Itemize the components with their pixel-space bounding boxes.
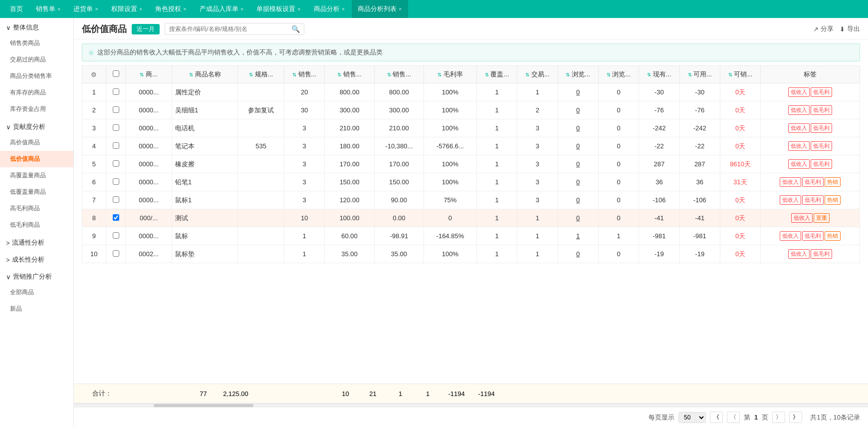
browse1-link[interactable]: 1 — [576, 232, 580, 240]
nav-template[interactable]: 单据模板设置 × — [250, 0, 306, 18]
browse1-link[interactable]: 0 — [576, 214, 580, 222]
row-checkbox[interactable] — [113, 106, 119, 113]
row-checkbox[interactable] — [113, 88, 119, 95]
last-page-btn[interactable]: 》 — [789, 412, 802, 423]
nav-permission[interactable]: 权限设置 × — [105, 0, 148, 18]
row-checkbox-cell[interactable] — [106, 245, 126, 263]
row-browse1[interactable]: 0 — [558, 173, 598, 191]
th-available[interactable]: ⇅ 可用... — [679, 66, 720, 83]
th-sales3[interactable]: ⇅ 销售... — [374, 66, 424, 83]
date-filter-btn[interactable]: 近一月 — [132, 24, 160, 34]
sidebar-item-new-goods[interactable]: 新品 — [0, 301, 73, 317]
row-checkbox-cell[interactable] — [106, 155, 126, 173]
nav-close-template[interactable]: × — [297, 6, 300, 12]
row-browse1[interactable]: 0 — [558, 209, 598, 227]
browse1-link[interactable]: 0 — [576, 106, 580, 114]
row-checkbox-cell[interactable] — [106, 83, 126, 101]
nav-close-role[interactable]: × — [183, 6, 186, 12]
row-checkbox[interactable] — [113, 214, 119, 221]
sidebar-group-growth[interactable]: > 成长性分析 — [0, 250, 73, 267]
nav-purchase[interactable]: 进货单 × — [67, 0, 104, 18]
row-checkbox-cell[interactable] — [106, 209, 126, 227]
row-browse1[interactable]: 0 — [558, 101, 598, 119]
search-box[interactable]: 🔍 — [165, 23, 304, 35]
sidebar-item-high-margin[interactable]: 高毛利商品 — [0, 200, 73, 217]
row-checkbox-cell[interactable] — [106, 101, 126, 119]
sidebar-item-low-margin[interactable]: 低毛利商品 — [0, 217, 73, 233]
sidebar-item-low-coverage[interactable]: 低覆盖量商品 — [0, 184, 73, 200]
th-saleable[interactable]: ⇅ 可销... — [720, 66, 760, 83]
sidebar-item-stock-goods[interactable]: 有库存的商品 — [0, 84, 73, 101]
nav-close-sales[interactable]: × — [57, 6, 60, 12]
sidebar-group-circulation[interactable]: > 流通性分析 — [0, 233, 73, 250]
sidebar-group-overall[interactable]: ∨ 整体信息 — [0, 18, 73, 35]
sidebar-item-stock-capital[interactable]: 库存资金占用 — [0, 101, 73, 117]
sidebar-group-contribution[interactable]: ∨ 贡献度分析 — [0, 117, 73, 134]
sidebar-item-high-value[interactable]: 高价值商品 — [0, 134, 73, 151]
th-sales1[interactable]: ⇅ 销售... — [284, 66, 325, 83]
browse1-link[interactable]: 0 — [576, 124, 580, 132]
th-checkbox[interactable] — [106, 66, 126, 83]
search-icon[interactable]: 🔍 — [291, 25, 300, 33]
share-btn[interactable]: ↗ 分享 — [813, 24, 834, 33]
export-btn[interactable]: ⬇ 导出 — [840, 24, 860, 33]
row-checkbox[interactable] — [113, 232, 119, 239]
row-checkbox[interactable] — [113, 124, 119, 131]
th-browse2[interactable]: ⇅ 浏览... — [598, 66, 639, 83]
th-code[interactable]: ⇅ 商... — [126, 66, 172, 83]
th-sales2[interactable]: ⇅ 销售... — [325, 66, 374, 83]
th-coverage[interactable]: ⇅ 覆盖... — [476, 66, 517, 83]
th-browse1[interactable]: ⇅ 浏览... — [558, 66, 598, 83]
page-size-select[interactable]: 50 100 200 — [678, 412, 706, 423]
row-browse1[interactable]: 0 — [558, 137, 598, 155]
row-browse1[interactable]: 0 — [558, 191, 598, 209]
row-checkbox-cell[interactable] — [106, 227, 126, 245]
row-browse1[interactable]: 0 — [558, 245, 598, 263]
row-checkbox-cell[interactable] — [106, 119, 126, 137]
search-input[interactable] — [169, 25, 289, 32]
browse1-link[interactable]: 0 — [576, 178, 580, 186]
sidebar-item-all-goods[interactable]: 全部商品 — [0, 284, 73, 301]
sidebar-item-low-value[interactable]: 低价值商品 — [0, 151, 73, 167]
th-settings[interactable]: ⚙ — [82, 66, 106, 83]
row-checkbox[interactable] — [113, 178, 119, 185]
nav-role[interactable]: 角色授权 × — [149, 0, 192, 18]
row-browse1[interactable]: 0 — [558, 119, 598, 137]
th-transaction[interactable]: ⇅ 交易... — [517, 66, 558, 83]
nav-goods-analysis[interactable]: 商品分析 × — [308, 0, 351, 18]
nav-close-permission[interactable]: × — [139, 6, 142, 12]
first-page-btn[interactable]: 《 — [710, 412, 723, 423]
browse1-link[interactable]: 0 — [576, 250, 580, 258]
row-checkbox-cell[interactable] — [106, 173, 126, 191]
row-checkbox[interactable] — [113, 196, 119, 203]
nav-close-product[interactable]: × — [240, 6, 243, 12]
row-checkbox-cell[interactable] — [106, 191, 126, 209]
th-current[interactable]: ⇅ 现有... — [639, 66, 679, 83]
row-checkbox-cell[interactable] — [106, 137, 126, 155]
th-spec[interactable]: ⇅ 规格... — [238, 66, 284, 83]
browse1-link[interactable]: 0 — [576, 88, 580, 96]
prev-page-btn[interactable]: 〈 — [727, 412, 740, 423]
row-browse1[interactable]: 0 — [558, 83, 598, 101]
th-name[interactable]: ⇅ 商品名称 — [172, 66, 238, 83]
nav-close-purchase[interactable]: × — [95, 6, 98, 12]
row-browse1[interactable]: 0 — [558, 155, 598, 173]
sidebar-item-sales-goods[interactable]: 销售类商品 — [0, 35, 73, 51]
select-all-checkbox[interactable] — [113, 70, 119, 77]
sidebar-item-high-coverage[interactable]: 高覆盖量商品 — [0, 167, 73, 184]
row-browse1[interactable]: 1 — [558, 227, 598, 245]
browse1-link[interactable]: 0 — [576, 160, 580, 168]
nav-sales[interactable]: 销售单 × — [30, 0, 66, 18]
nav-close-goods-list[interactable]: × — [399, 6, 402, 12]
next-page-btn[interactable]: 〉 — [772, 412, 785, 423]
nav-home[interactable]: 首页 — [4, 0, 29, 18]
settings-icon[interactable]: ⚙ — [91, 71, 97, 78]
row-checkbox[interactable] — [113, 250, 119, 257]
browse1-link[interactable]: 0 — [576, 196, 580, 204]
browse1-link[interactable]: 0 — [576, 142, 580, 150]
row-checkbox[interactable] — [113, 142, 119, 149]
sidebar-item-traded-goods[interactable]: 交易过的商品 — [0, 51, 73, 68]
th-gross[interactable]: ⇅ 毛利率 — [424, 66, 476, 83]
nav-product-entry[interactable]: 产成品入库单 × — [194, 0, 249, 18]
nav-goods-list[interactable]: 商品分析列表 × — [352, 0, 408, 18]
